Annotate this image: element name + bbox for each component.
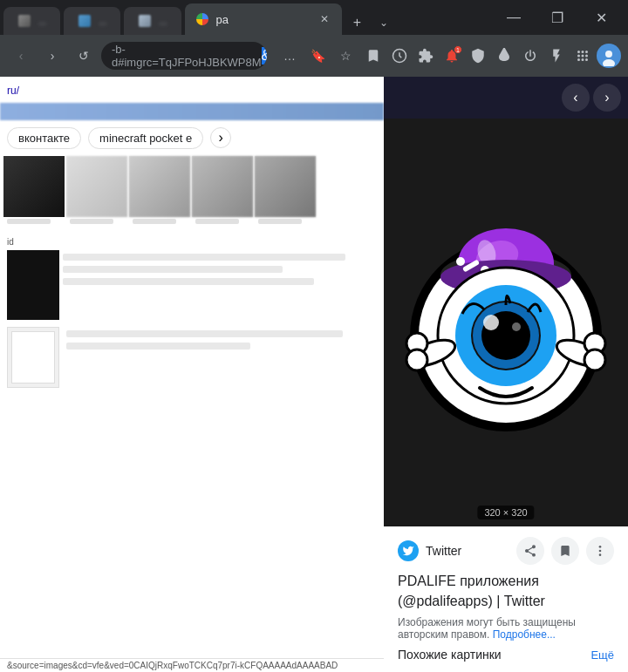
image-thumb-5[interactable] xyxy=(255,156,316,230)
twitter-icon xyxy=(398,540,419,561)
image-title: PDALIFE приложения (@pdalifeapps) | Twit… xyxy=(398,572,614,611)
window-controls: — ❐ ✕ xyxy=(494,0,628,35)
next-image-button[interactable]: › xyxy=(593,84,621,112)
svg-point-28 xyxy=(599,546,602,548)
tab-active-favicon xyxy=(195,12,209,26)
source-name: Twitter xyxy=(426,544,461,558)
tab-inactive-2[interactable]: ... xyxy=(64,7,120,35)
status-bar: &source=images&cd=vfe&ved=0CAIQjRxqFwoTC… xyxy=(0,658,384,672)
image-thumb-4[interactable] xyxy=(192,156,253,230)
left-url-area: ru/ xyxy=(0,77,384,103)
tab-bar: ... ... ... pa ✕ + ⌄ — xyxy=(0,0,628,35)
image-results-row xyxy=(0,153,384,234)
result-dark-thumb[interactable] xyxy=(7,250,59,320)
maximize-button[interactable]: ❐ xyxy=(537,0,577,35)
overflow-menu-button[interactable]: … xyxy=(277,44,302,68)
address-left: -b-d#imgrc=TqJFPoHJBKWP8M xyxy=(112,43,262,69)
profile-avatar[interactable] xyxy=(597,44,621,68)
search-chips: вконтакте minecraft pocket e › xyxy=(0,124,384,153)
lightning-icon[interactable] xyxy=(544,44,569,68)
second-strip-thumb[interactable] xyxy=(7,327,59,388)
info-panel: Twitter PDALIFE приложения (@pdalifeapps… xyxy=(384,526,628,672)
svg-point-20 xyxy=(483,315,499,330)
similar-title: Похожие картинки xyxy=(398,648,502,662)
extensions-icon[interactable] xyxy=(413,44,438,68)
chip-vk[interactable]: вконтакте xyxy=(7,127,81,149)
left-panel: ru/ вконтакте minecraft pocket e › xyxy=(0,77,384,672)
address-bar-icons: … 🔖 ☆ xyxy=(277,44,358,68)
svg-point-2 xyxy=(605,51,612,58)
image-thumb-2[interactable] xyxy=(66,156,127,230)
similar-section: Похожие картинки Ещё xyxy=(398,648,614,662)
tab-active-label: pa xyxy=(216,13,311,26)
main-content: ru/ вконтакте minecraft pocket e › xyxy=(0,77,628,672)
save-button[interactable]: 🔖 xyxy=(305,44,330,68)
svg-point-13 xyxy=(456,257,465,266)
image-thumb-3[interactable] xyxy=(129,156,190,230)
address-bar-row: ‹ › ↺ -b-d#imgrc=TqJFPoHJBKWP8M&tbs=isz:… xyxy=(0,35,628,77)
tab-inactive-3[interactable]: ... xyxy=(124,7,181,35)
tab-actions: + ⌄ xyxy=(345,10,396,35)
tab-favicon-2 xyxy=(78,14,92,28)
main-image xyxy=(384,200,628,445)
back-button[interactable]: ‹ xyxy=(7,42,35,70)
more-options-button[interactable] xyxy=(586,537,614,565)
image-panel: ‹ › xyxy=(384,77,628,672)
notification-badge: 1 xyxy=(454,45,462,54)
google-icon xyxy=(196,13,208,25)
page-url: ru/ xyxy=(7,85,19,97)
chip-more-button[interactable]: › xyxy=(210,127,231,148)
more-link[interactable]: Ещё xyxy=(590,648,614,662)
tab-favicon-1 xyxy=(17,14,31,28)
tab-active[interactable]: pa ✕ xyxy=(185,3,342,35)
dropper-icon[interactable] xyxy=(492,44,516,68)
bookmark-button[interactable]: ☆ xyxy=(333,44,358,68)
address-bar[interactable]: -b-d#imgrc=TqJFPoHJBKWP8M&tbs=isz:ex,isz… xyxy=(101,42,267,70)
copyright-text: Изображения могут быть защищены авторски… xyxy=(398,616,614,641)
svg-point-30 xyxy=(599,554,602,557)
results-below: id xyxy=(0,234,384,323)
reload-button[interactable]: ↺ xyxy=(70,42,98,70)
address-selected: &tbs=isz:ex,iszw:320,iszh:320 xyxy=(262,47,267,64)
svg-point-27 xyxy=(584,350,605,370)
image-dimensions: 320 × 320 xyxy=(477,506,534,519)
copyright-link[interactable]: Подробнее... xyxy=(493,628,556,641)
new-tab-button[interactable]: + xyxy=(345,10,370,35)
share-button[interactable] xyxy=(516,537,544,565)
info-actions xyxy=(516,537,614,565)
image-viewer-nav: ‹ › xyxy=(384,77,628,119)
tab-favicon-3 xyxy=(138,14,152,28)
left-header-bar xyxy=(0,103,384,120)
tab-list-button[interactable]: ⌄ xyxy=(372,10,396,35)
bookmarks-icon[interactable] xyxy=(361,44,386,68)
tab-close-button[interactable]: ✕ xyxy=(317,12,331,26)
second-strip xyxy=(0,327,384,388)
shield-icon[interactable] xyxy=(466,44,490,68)
minimize-button[interactable]: — xyxy=(494,0,534,35)
image-display: 320 × 320 xyxy=(384,119,628,526)
grid-icon[interactable] xyxy=(570,44,595,68)
close-button[interactable]: ✕ xyxy=(581,0,621,35)
source-row: Twitter xyxy=(398,537,614,565)
save-image-button[interactable] xyxy=(551,537,579,565)
svg-point-24 xyxy=(406,350,427,370)
prev-image-button[interactable]: ‹ xyxy=(562,84,590,112)
history-icon[interactable] xyxy=(387,44,412,68)
svg-point-21 xyxy=(512,322,521,331)
notification-icon[interactable]: 1 xyxy=(440,44,464,68)
power-icon[interactable] xyxy=(518,44,543,68)
image-thumb-1[interactable] xyxy=(3,156,65,230)
browser-chrome: ... ... ... pa ✕ + ⌄ — xyxy=(0,0,628,77)
tab-inactive-1[interactable]: ... xyxy=(3,7,60,35)
chip-minecraft[interactable]: minecraft pocket e xyxy=(88,127,203,149)
forward-button[interactable]: › xyxy=(38,42,66,70)
toolbar-right: 1 xyxy=(361,44,621,68)
source-info: Twitter xyxy=(398,540,461,561)
svg-point-29 xyxy=(599,550,602,553)
